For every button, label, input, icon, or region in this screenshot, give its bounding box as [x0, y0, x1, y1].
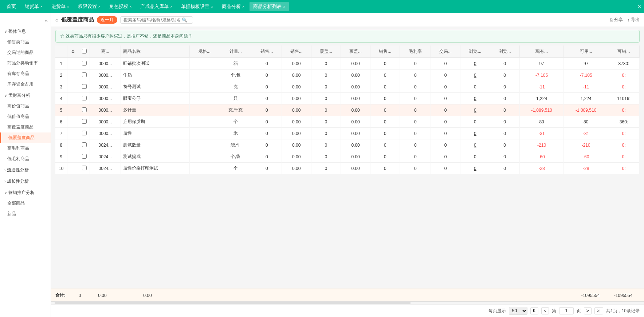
row-current: -210 [519, 139, 564, 151]
row-sales-qty: 0 [252, 58, 282, 70]
row-sales-qty: 0 [252, 128, 282, 139]
page-title: 低覆盖度商品 [61, 16, 94, 23]
select-all-checkbox[interactable] [82, 49, 87, 54]
sidebar-group-overall-header[interactable]: ∨ 整体信息 [0, 26, 51, 37]
row-settings [67, 104, 79, 116]
first-page-button[interactable]: K [530, 307, 538, 314]
info-text: ☆ 这类商品只有很少客户购买过，是推广不够，还是商品本身问题？ [60, 33, 192, 39]
row-checkbox[interactable] [79, 116, 90, 128]
sidebar-item-stock-capital[interactable]: 库存资金占用 [0, 79, 51, 90]
search-input[interactable] [123, 17, 182, 23]
search-box[interactable]: 🔍 [120, 16, 193, 24]
nav-close-sales[interactable]: × [40, 5, 43, 9]
sidebar-item-high-value[interactable]: 高价值商品 [0, 101, 51, 111]
row-trade: 0 [431, 128, 460, 139]
col-header-available: 可用... [564, 45, 608, 58]
window-close-button[interactable]: × [638, 3, 641, 10]
nav-home[interactable]: 首页 [3, 2, 20, 11]
last-page-button[interactable]: >| [594, 307, 603, 314]
row-checkbox[interactable] [79, 139, 90, 151]
row-checkbox[interactable] [79, 81, 90, 93]
row-available: -1,089,510 [564, 104, 608, 116]
checkbox-column-header[interactable] [79, 45, 90, 58]
nav-close-goods-analysis[interactable]: × [242, 5, 244, 9]
prev-page-button[interactable]: < [541, 307, 549, 314]
nav-sales-order[interactable]: 销货单 × [21, 2, 46, 11]
nav-template[interactable]: 单据模板设置 × [177, 2, 217, 11]
nav-close-finished[interactable]: × [170, 5, 172, 9]
row-sales3: 0 [370, 116, 400, 128]
settings-column-header[interactable]: ⚙ [67, 45, 79, 58]
row-checkbox[interactable] [79, 128, 90, 139]
share-button[interactable]: ⎘ 分享 [610, 17, 623, 23]
row-available: -11 [564, 81, 608, 93]
sidebar-item-stock-goods[interactable]: 有库存商品 [0, 68, 51, 79]
row-view1[interactable]: 0 [460, 163, 490, 174]
pagination-row: 每页显示 50 100 200 K < 第 页 > >| 共1页，10条记录 [51, 304, 644, 317]
export-button[interactable]: ↑ 导出 [627, 17, 640, 23]
nav-close-purchase[interactable]: × [67, 5, 69, 9]
nav-finished-goods[interactable]: 产成品入库单 × [137, 2, 176, 11]
col-header-cover1: 覆盖... [311, 45, 341, 58]
nav-close-permission[interactable]: × [98, 5, 101, 9]
row-name: 测试提成 [121, 151, 189, 163]
sidebar-toggle-icon[interactable]: « [55, 17, 58, 23]
nav-close-role[interactable]: × [130, 5, 132, 9]
row-sales3: 0 [370, 81, 400, 93]
row-view1[interactable]: 0 [460, 116, 490, 128]
sidebar-group-marketing-header[interactable]: ∨ 营销推广分析 [0, 187, 51, 198]
row-cover1: 0 [311, 104, 341, 116]
row-view1[interactable]: 0 [460, 93, 490, 104]
row-checkbox[interactable] [79, 104, 90, 116]
sidebar-item-sales-goods[interactable]: 销售类商品 [0, 37, 51, 47]
sidebar-item-all-goods[interactable]: 全部商品 [0, 198, 51, 209]
arrow-icon: ∨ [4, 191, 7, 195]
row-checkbox[interactable] [79, 58, 90, 70]
nav-role-auth[interactable]: 角色授权 × [106, 2, 136, 11]
row-view2: 0 [490, 81, 519, 93]
row-cover2: 0.00 [341, 70, 370, 81]
sidebar-collapse-button[interactable]: « [45, 17, 48, 23]
nav-goods-analysis[interactable]: 商品分析 × [218, 2, 248, 11]
sidebar-item-high-gross[interactable]: 高毛利商品 [0, 143, 51, 154]
nav-purchase-order[interactable]: 进货单 × [48, 2, 73, 11]
row-current: -60 [519, 151, 564, 163]
row-checkbox[interactable] [79, 70, 90, 81]
sidebar-item-low-gross[interactable]: 低毛利商品 [0, 154, 51, 164]
period-button[interactable]: 近一月 [97, 16, 117, 24]
row-view1[interactable]: 0 [460, 70, 490, 81]
sidebar-item-high-coverage[interactable]: 高覆盖度商品 [0, 122, 51, 132]
row-num: 9 [55, 151, 67, 163]
sidebar-item-traded-goods[interactable]: 交易过的商品 [0, 47, 51, 58]
row-sales-amt: 0.00 [282, 151, 311, 163]
page-label: 第 [552, 308, 556, 314]
row-view1[interactable]: 0 [460, 151, 490, 163]
sidebar-item-low-coverage[interactable]: 低覆盖度商品 [0, 132, 51, 143]
row-checkbox[interactable] [79, 151, 90, 163]
sidebar-group-circulation-header[interactable]: › 流通性分析 [0, 165, 51, 175]
nav-goods-analysis-list[interactable]: 商品分析列表 × [250, 2, 289, 11]
row-num: 10 [55, 163, 67, 174]
row-cover1: 0 [311, 151, 341, 163]
row-checkbox[interactable] [79, 163, 90, 174]
row-checkbox[interactable] [79, 93, 90, 104]
page-number-input[interactable] [559, 307, 574, 314]
sidebar-item-low-value[interactable]: 低价值商品 [0, 111, 51, 122]
next-page-button[interactable]: > [584, 307, 592, 314]
sidebar-group-wealth-header[interactable]: ∨ 类财富分析 [0, 90, 51, 101]
nav-close-template[interactable]: × [211, 5, 213, 9]
sidebar-item-category-rate[interactable]: 商品分类动销率 [0, 58, 51, 68]
row-view1[interactable]: 0 [460, 128, 490, 139]
nav-permission[interactable]: 权限设置 × [74, 2, 104, 11]
page-size-select[interactable]: 50 100 200 [509, 307, 527, 315]
sidebar-group-growth-header[interactable]: › 成长性分析 [0, 176, 51, 187]
nav-close-goods-list[interactable]: × [283, 5, 285, 9]
row-trade: 0 [431, 58, 460, 70]
footer-sales-qty: 0 [68, 293, 91, 298]
row-view1[interactable]: 0 [460, 104, 490, 116]
row-sales-amt: 0.00 [282, 139, 311, 151]
row-view1[interactable]: 0 [460, 139, 490, 151]
row-view1[interactable]: 0 [460, 58, 490, 70]
sidebar-item-new-goods[interactable]: 新品 [0, 209, 51, 219]
row-view1[interactable]: 0 [460, 81, 490, 93]
